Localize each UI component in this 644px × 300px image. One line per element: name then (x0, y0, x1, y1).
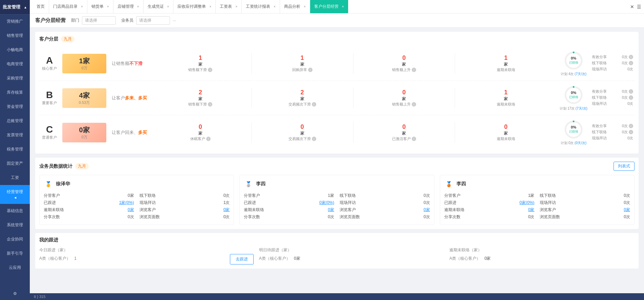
sidebar-item-fixed-assets[interactable]: 固定资产 (0, 157, 30, 171)
goto-followup-button[interactable]: 去跟进 (230, 254, 254, 264)
tab-sales-order[interactable]: 销货单 × (87, 0, 113, 14)
sidebar-item-invoice[interactable]: 发票管理 (0, 128, 30, 142)
info-icon[interactable]: i (412, 102, 416, 107)
sidebar-item-purchase[interactable]: 采购管理 (0, 71, 30, 86)
svg-text:0%: 0% (571, 56, 576, 60)
main-area: 首页 门店商品目录 × 销货单 × 店铺管理 × 生成凭证 × 应收应付调整单 … (30, 0, 644, 300)
sidebar-item-salary[interactable]: 工资 (0, 171, 30, 185)
staff-stats-title: 业务员数据统计 (39, 163, 72, 169)
tab-close-icon[interactable]: × (274, 5, 276, 8)
tier-c-count-box: 0家 0万 (62, 123, 106, 142)
customer-tier-title: 客户分层 (39, 36, 58, 42)
tab-bar-end: ✕ ☰ (627, 4, 641, 9)
followup-grid: 今日跟进（家） A类（核心客户） 1 去跟进 明日待跟进（家） A类（核心客户）… (39, 247, 635, 264)
customer-tier-section: 客户分层 九月 A 核心客户 1家 0万 让销售额不下滑 (35, 32, 639, 154)
sidebar-item-finance[interactable]: 资金管理 (0, 100, 30, 114)
sidebar-collapse-icon[interactable]: ▲ (24, 5, 27, 9)
info-icon[interactable]: i (629, 95, 633, 100)
tab-customer-tier[interactable]: 客户分层经营 × (310, 0, 348, 14)
sidebar-item-ecommerce[interactable]: 电商管理 (0, 57, 30, 71)
tier-c-stat-1: 0家 交易频次下滑 i (252, 122, 353, 143)
sidebar-item-system[interactable]: 系统管理 (0, 218, 30, 232)
tab-close-icon[interactable]: × (167, 5, 169, 8)
tab-ar-adjust[interactable]: 应收应付调整单 × (173, 0, 216, 14)
overdue-followup-col: 逾期未联络（家） A类（核心客户） 0家 (449, 247, 635, 261)
tab-close-icon[interactable]: × (107, 5, 109, 8)
tier-b-right-stats: 有效分享 0次 i 线下联络 0次 i 现场拜访 0次 (591, 89, 635, 107)
tier-b-plan: 计划 17次 (7天/次) (558, 106, 589, 111)
tier-b-circle: 0% 已联络 计划 17次 (7天/次) (557, 84, 591, 112)
tab-payroll[interactable]: 工资表 × (216, 0, 242, 14)
info-icon[interactable]: i (208, 68, 212, 72)
sidebar-logo: 批发管理 ▲ (0, 0, 30, 15)
sidebar-item-guide[interactable]: 新手引导 (0, 247, 30, 261)
info-icon[interactable]: i (629, 61, 633, 65)
list-view-button[interactable]: 列表式 (614, 162, 635, 171)
dept-select[interactable]: 请选择 (82, 16, 116, 25)
tab-voucher[interactable]: 生成凭证 × (144, 0, 174, 14)
sidebar-item-tax[interactable]: 税务管理 (0, 142, 30, 157)
info-icon[interactable]: i (308, 68, 313, 72)
tier-a-label: A 核心客户 (39, 56, 60, 71)
tab-close-active-icon[interactable]: × (342, 5, 344, 8)
gear-icon[interactable]: ⚙ (0, 287, 30, 300)
info-icon[interactable]: i (208, 102, 212, 107)
svg-text:已联络: 已联络 (569, 61, 578, 64)
sidebar-item-inventory[interactable]: 库存核算 (0, 86, 30, 100)
tab-close-icon[interactable]: × (137, 5, 139, 8)
tab-product-analysis[interactable]: 商品分析 × (280, 0, 310, 14)
tier-c-label: C 普通客户 (39, 125, 60, 140)
dept-filter: 部门 请选择 (71, 16, 116, 25)
bottom-text: It } 315 (34, 295, 45, 299)
sidebar-item-marketing[interactable]: 营销推广 (0, 15, 30, 29)
tab-bar: 首页 门店商品目录 × 销货单 × 店铺管理 × 生成凭证 × 应收应付调整单 … (30, 0, 644, 14)
sidebar-item-ecommerce-small[interactable]: 小畅电商 (0, 43, 30, 57)
tab-close-icon[interactable]: × (81, 5, 83, 8)
info-icon[interactable]: i (629, 89, 633, 94)
info-icon[interactable]: i (629, 55, 633, 59)
sidebar-item-cloud[interactable]: 云应用 (0, 261, 30, 275)
staff-stats-header: 业务员数据统计 九月 列表式 (39, 162, 635, 171)
tier-a-stat-1: 1家 回购异常 i (252, 53, 353, 74)
tab-payroll-report[interactable]: 工资统计报表 × (242, 0, 280, 14)
tab-close-all-icon[interactable]: ✕ (630, 4, 634, 9)
info-icon[interactable]: i (629, 130, 633, 134)
tier-c-stat-0: 0家 休眠客户 i (150, 122, 252, 143)
followup-section: 我的跟进 今日跟进（家） A类（核心客户） 1 去跟进 明日待跟进（家） A类（… (35, 233, 639, 269)
tab-close-icon[interactable]: × (235, 5, 237, 8)
svg-text:0%: 0% (571, 91, 576, 95)
tab-store-manage[interactable]: 店铺管理 × (113, 0, 144, 14)
info-icon[interactable]: i (412, 68, 416, 72)
sidebar-item-ledger[interactable]: 总账管理 (0, 114, 30, 128)
sidebar-item-collab[interactable]: 企业协同 (0, 232, 30, 247)
info-icon[interactable]: i (312, 102, 316, 107)
staff-filter: 业务员 请选择 ··· (121, 16, 176, 25)
info-icon[interactable]: i (412, 137, 416, 141)
info-icon[interactable]: i (206, 137, 211, 141)
tab-home[interactable]: 首页 (33, 0, 49, 14)
sidebar-item-management[interactable]: 经营管理 ◀ (0, 185, 30, 204)
tier-b-stat-3: 1家 逾期未联络 (455, 88, 557, 108)
staff-stats-0: 分管客户 0家 已跟进 1家(0%) 逾期未联络 0家 (44, 192, 230, 221)
tab-close-icon[interactable]: × (209, 5, 211, 8)
staff-card-2: 🥉 李四 分管客户 1家 已跟进 0家(0%) (440, 175, 635, 225)
tab-close-icon[interactable]: × (304, 5, 306, 8)
tab-menu-icon[interactable]: ☰ (637, 4, 641, 9)
tier-a-stat-2: 0家 销售额上升 i (353, 53, 455, 74)
tier-a-right-stats: 有效分享 0次 i 线下联络 0次 i 现场拜访 0次 (591, 54, 635, 73)
staff-select[interactable]: 请选择 (136, 16, 170, 25)
svg-text:已联络: 已联络 (569, 130, 578, 133)
staff-card-1: 🥈 李四 分管客户 1家 已跟进 0家(0%) (239, 175, 434, 225)
followup-title: 我的跟进 (39, 237, 635, 243)
staff-card-0: 🥇 徐泽华 分管客户 0家 已跟进 1家(0%) (39, 175, 234, 225)
info-icon[interactable]: i (629, 124, 633, 128)
sidebar-item-sales[interactable]: 销售管理 (0, 29, 30, 43)
info-icon[interactable]: i (312, 137, 316, 141)
more-options-icon[interactable]: ··· (173, 18, 176, 23)
tab-store-products[interactable]: 门店商品目录 × (49, 0, 87, 14)
page-header: 客户分层经营 部门 请选择 业务员 请选择 ··· (30, 14, 644, 28)
today-followup-label: 今日跟进（家） (39, 247, 224, 253)
sidebar-item-basic-info[interactable]: 基础信息 (0, 204, 30, 218)
tier-c-stats: 0家 休眠客户 i 0家 交易频次下滑 i 0家 (150, 122, 557, 143)
tomorrow-followup-label: 明日待跟进（家） (259, 247, 444, 253)
